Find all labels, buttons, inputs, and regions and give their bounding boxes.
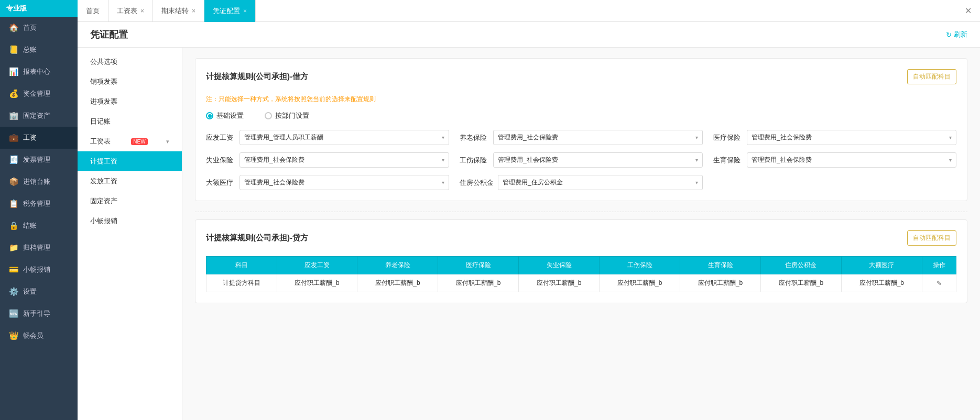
radio-department[interactable]: 按部门设置 [265,111,309,120]
nav-item-sale-invoice[interactable]: 销项发票 [78,72,182,92]
col-header-salary: 应发工资 [277,257,357,274]
app-edition: 专业版 [0,0,78,17]
col-header-medical: 医疗保险 [438,257,519,274]
select-maternity[interactable]: 管理费用_社会保险费 ▾ [747,152,956,168]
form-item-pension: 养老保险 管理费用_社会保险费 ▾ [460,130,703,145]
nav-label-purchase-invoice: 进项发票 [90,97,117,106]
label-maternity: 生育保险 [713,156,743,165]
debit-section-note: 注：只能选择一种方式，系统将按照您当前的选择来配置规则 [206,95,956,104]
debit-section: 计提核算规则(公司承担)-借方 自动匹配科目 注：只能选择一种方式，系统将按照您… [195,58,967,201]
content-area: 公共选项 销项发票 进项发票 日记账 工资表 NEW ▾ 计提工资 发放工资 [78,48,980,420]
nav-label-pay: 发放工资 [90,176,117,186]
nav-item-fixed-asset[interactable]: 固定资产 [78,191,182,211]
nav-item-accrual[interactable]: 计提工资 [78,151,182,171]
tab-period[interactable]: 期末结转 × [153,0,204,22]
select-major-medical[interactable]: 管理费用_社会保险费 ▾ [239,175,449,190]
select-medical[interactable]: 管理费用_社会保险费 ▾ [747,130,956,145]
sidebar-item-guide[interactable]: 🆕 新手引导 [0,303,78,325]
nav-item-payroll-table[interactable]: 工资表 NEW ▾ [78,131,182,151]
nav-label-journal: 日记账 [90,117,111,126]
debit-section-title: 计提核算规则(公司承担)-借方 [206,72,308,82]
nav-item-journal[interactable]: 日记账 [78,112,182,131]
cell-major-medical: 应付职工薪酬_b [841,274,922,292]
refresh-icon: ↻ [946,31,952,39]
credit-section: 计提核算规则(公司承担)-贷方 自动匹配科目 科目 应发工资 养老保险 医疗保险… [195,219,967,303]
expand-icon: ▾ [166,138,169,145]
col-header-injury: 工伤保险 [600,257,680,274]
select-unemployment[interactable]: 管理费用_社会保险费 ▾ [239,152,449,168]
sidebar-item-home[interactable]: 🏠 首页 [0,17,78,39]
nav-item-public[interactable]: 公共选项 [78,52,182,72]
select-pension[interactable]: 管理费用_社会保险费 ▾ [493,130,703,145]
credit-table-head: 科目 应发工资 养老保险 医疗保险 失业保险 工伤保险 生育保险 住房公积金 大… [206,257,956,274]
sidebar-item-label: 结账 [23,221,37,230]
sidebar-item-expense[interactable]: 💳 小畅报销 [0,259,78,281]
tab-voucher[interactable]: 凭证配置 × [204,0,256,22]
sidebar-item-invoice[interactable]: 🧾 发票管理 [0,149,78,171]
sidebar-item-salary[interactable]: 💼 工资 [0,127,78,149]
col-header-major-medical: 大额医疗 [841,257,922,274]
nav-label-payroll-table: 工资表 [90,137,111,146]
sidebar-item-label: 总账 [23,45,37,54]
sidebar-item-settings[interactable]: ⚙️ 设置 [0,281,78,303]
tax-icon: 📋 [8,199,19,208]
section-divider [195,212,967,212]
sidebar-item-report[interactable]: 📊 报表中心 [0,61,78,83]
sidebar-item-purchase[interactable]: 📦 进销台账 [0,171,78,193]
col-header-pension: 养老保险 [357,257,438,274]
sidebar-item-member[interactable]: 👑 畅会员 [0,325,78,347]
radio-group: 基础设置 按部门设置 [206,111,956,120]
sidebar-item-label: 报表中心 [23,67,50,76]
sidebar-item-archive[interactable]: 📁 归档管理 [0,237,78,259]
radio-department-label: 按部门设置 [275,111,309,120]
tab-period-close[interactable]: × [192,7,195,15]
page-header: 凭证配置 ↻ 刷新 [78,22,980,48]
sidebar-item-label: 发票管理 [23,155,50,164]
sidebar-item-label: 设置 [23,287,37,296]
select-housing-fund[interactable]: 管理费用_住房公积金 ▾ [498,175,703,190]
col-header-subject: 科目 [206,257,277,274]
cell-salary: 应付职工薪酬_b [277,274,357,292]
sidebar-item-tax[interactable]: 📋 税务管理 [0,193,78,215]
form-item-injury: 工伤保险 管理费用_社会保险费 ▾ [460,152,703,168]
cell-action[interactable]: ✎ [922,274,956,292]
sidebar-item-label: 小畅报销 [23,265,50,274]
nav-item-expense-report[interactable]: 小畅报销 [78,211,182,231]
chevron-down-icon: ▾ [442,180,444,185]
chevron-down-icon: ▾ [949,157,952,163]
salary-icon: 💼 [8,133,19,142]
sidebar-item-asset[interactable]: 🏢 固定资产 [0,105,78,127]
cell-subject: 计提贷方科目 [206,274,277,292]
nav-item-pay[interactable]: 发放工资 [78,171,182,191]
nav-item-purchase-invoice[interactable]: 进项发票 [78,92,182,112]
close-icon: 🔒 [8,221,19,230]
sidebar-item-ledger[interactable]: 📒 总账 [0,39,78,61]
credit-auto-match-button[interactable]: 自动匹配科目 [907,230,956,246]
debit-section-header: 计提核算规则(公司承担)-借方 自动匹配科目 [206,69,956,90]
sidebar-item-fund[interactable]: 💰 资金管理 [0,83,78,105]
nav-label-expense-report: 小畅报销 [90,216,117,226]
select-salary-value: 管理费用_管理人员职工薪酬 [244,133,323,142]
window-close-button[interactable]: ✕ [956,6,980,16]
refresh-label: 刷新 [954,30,967,39]
tab-home[interactable]: 首页 [78,0,108,22]
edit-icon[interactable]: ✎ [937,280,942,287]
refresh-button[interactable]: ↻ 刷新 [946,30,967,39]
select-injury[interactable]: 管理费用_社会保险费 ▾ [493,152,703,168]
sidebar-item-label: 新手引导 [23,309,50,318]
sidebar-item-label: 进销台账 [23,177,50,186]
form-item-medical: 医疗保险 管理费用_社会保险费 ▾ [713,130,956,145]
tab-payroll-close[interactable]: × [140,7,144,15]
cell-housing: 应付职工薪酬_b [761,274,842,292]
label-housing-fund: 住房公积金 [460,178,494,187]
ledger-icon: 📒 [8,45,19,54]
radio-basic[interactable]: 基础设置 [206,111,244,120]
tab-voucher-close[interactable]: × [243,7,247,15]
label-salary: 应发工资 [206,133,235,142]
select-salary[interactable]: 管理费用_管理人员职工薪酬 ▾ [239,130,449,145]
sidebar-item-label: 首页 [23,23,37,32]
tab-payroll[interactable]: 工资表 × [108,0,153,22]
sidebar-item-close[interactable]: 🔒 结账 [0,215,78,237]
nav-label-accrual: 计提工资 [90,157,117,166]
debit-auto-match-button[interactable]: 自动匹配科目 [907,69,956,84]
